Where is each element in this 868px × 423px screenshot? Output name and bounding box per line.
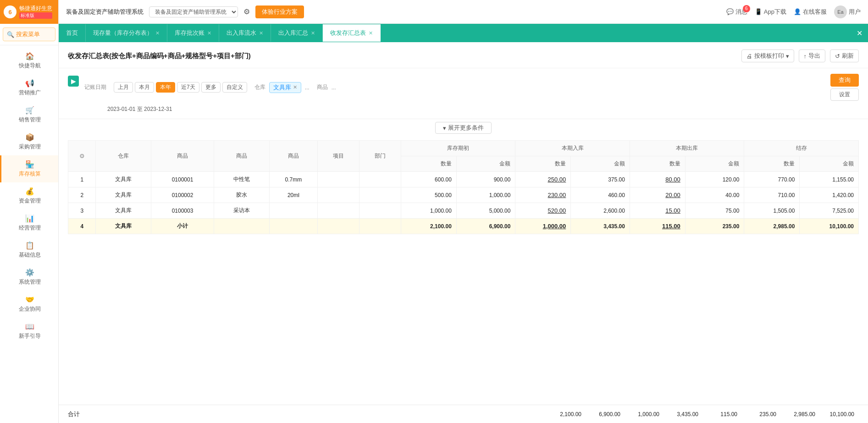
- sidebar-item-inventory[interactable]: 🏪 库存核算: [0, 155, 58, 182]
- sidebar: 6 畅捷通好生意 标准版 🔍 搜索菜单 🏠 快捷导航 📢 营销推广 🛒 销售管理…: [0, 0, 59, 423]
- sidebar-item-collab[interactable]: 🤝 企业协同: [0, 291, 58, 318]
- sidebar-item-finance[interactable]: 💰 资金管理: [0, 182, 58, 209]
- sidebar-item-purchase[interactable]: 📦 采购管理: [0, 128, 58, 155]
- cell-bal-qty: 1,505.00: [744, 203, 800, 219]
- service-icon: 👤: [794, 8, 801, 15]
- message-btn[interactable]: 💬 消息 6: [726, 8, 747, 16]
- warehouse-more-btn[interactable]: ...: [305, 84, 310, 91]
- system-name: 装备及固定资产辅助管理系统: [66, 8, 144, 16]
- expand-filters-btn[interactable]: ▾ 展开更多条件: [435, 122, 492, 134]
- tab-batch[interactable]: 库存批次账 ✕: [167, 24, 219, 42]
- sidebar-item-guide[interactable]: 📖 新手引导: [0, 318, 58, 345]
- warehouse-label: 仓库: [254, 83, 265, 91]
- date-btn-last-month[interactable]: 上月: [114, 82, 133, 93]
- close-all-tabs-btn[interactable]: ✕: [851, 29, 868, 38]
- subtotal-init-qty: 2,100.00: [401, 219, 456, 234]
- cell-in-qty[interactable]: 250.00: [515, 172, 571, 187]
- filter-row-date-range: 2023-01-01 至 2023-12-31: [84, 104, 859, 113]
- th-name: 商品: [214, 141, 269, 172]
- tab-receive-summary[interactable]: 收发存汇总表 ✕: [323, 24, 381, 42]
- subtotal-empty1: [214, 219, 269, 234]
- cell-spec: [269, 203, 318, 219]
- sidebar-item-business[interactable]: 📊 经营管理: [0, 209, 58, 236]
- tab-close-batch[interactable]: ✕: [207, 30, 211, 36]
- subtotal-empty4: [359, 219, 401, 234]
- subtotal-in-amt: 3,435.00: [571, 219, 630, 234]
- sidebar-item-sales[interactable]: 🛒 销售管理: [0, 101, 58, 128]
- th-balance: 结存: [744, 141, 859, 156]
- template-print-btn[interactable]: 🖨 按模板打印 ▾: [741, 49, 794, 62]
- query-btn[interactable]: 查询: [830, 74, 859, 87]
- cell-in-amt: 2,600.00: [571, 203, 630, 219]
- cell-num: 3: [68, 203, 96, 219]
- cell-in-qty[interactable]: 230.00: [515, 187, 571, 203]
- tab-close-inout-flow[interactable]: ✕: [259, 30, 263, 36]
- product-more-btn[interactable]: ...: [332, 84, 336, 91]
- tab-close-inout-summary[interactable]: ✕: [311, 30, 315, 36]
- date-btn-more[interactable]: 更多: [201, 82, 221, 93]
- user-btn[interactable]: Ea 用户: [834, 5, 861, 18]
- refresh-icon: ↺: [835, 53, 840, 60]
- total-out-qty: 115.00: [703, 411, 742, 418]
- export-btn[interactable]: ↑ 导出: [799, 49, 826, 62]
- table-gear-icon[interactable]: ⚙: [79, 153, 85, 159]
- system-selector[interactable]: 装备及固定资产辅助管理系统: [149, 6, 238, 17]
- sidebar-item-marketing[interactable]: 📢 营销推广: [0, 74, 58, 101]
- purchase-icon: 📦: [25, 133, 34, 142]
- logo-icon: 6: [4, 5, 17, 18]
- app-download-btn[interactable]: 📱 App下载: [755, 8, 786, 16]
- tab-close-inventory-dist[interactable]: ✕: [155, 30, 160, 36]
- warehouse-tag: 文具库 ✕: [269, 82, 301, 93]
- filter-warehouse: 仓库 文具库 ✕ ...: [254, 82, 310, 93]
- date-range: 2023-01-01 至 2023-12-31: [107, 105, 172, 113]
- guide-icon: 📖: [25, 322, 34, 331]
- cell-out-qty[interactable]: 80.00: [630, 172, 685, 187]
- date-btn-7days[interactable]: 近7天: [177, 82, 199, 93]
- topbar-right: 💬 消息 6 📱 App下载 👤 在线客服 Ea 用户: [726, 5, 861, 18]
- trial-btn[interactable]: 体验行业方案: [255, 5, 304, 18]
- sidebar-item-quick[interactable]: 🏠 快捷导航: [0, 47, 58, 74]
- cell-project: [318, 187, 359, 203]
- date-btn-this-month[interactable]: 本月: [135, 82, 154, 93]
- subtotal-in-qty[interactable]: 1,000.00: [515, 219, 571, 234]
- business-icon: 📊: [25, 214, 34, 223]
- subtotal-out-qty[interactable]: 115.00: [630, 219, 685, 234]
- date-btn-custom[interactable]: 自定义: [222, 82, 247, 93]
- cell-in-qty[interactable]: 520.00: [515, 203, 571, 219]
- system-icon: ⚙️: [25, 268, 34, 277]
- refresh-btn[interactable]: ↺ 刷新: [830, 49, 859, 62]
- th-init-amt: 金额: [456, 156, 515, 172]
- sidebar-item-basic[interactable]: 📋 基础信息: [0, 236, 58, 264]
- cell-num: 2: [68, 187, 96, 203]
- logo-text: 畅捷通好生意 标准版: [19, 5, 52, 19]
- sidebar-logo: 6 畅捷通好生意 标准版: [0, 0, 58, 24]
- filter-settings-btn[interactable]: 设置: [830, 88, 859, 101]
- date-btn-this-year[interactable]: 本年: [156, 82, 175, 93]
- sidebar-item-system[interactable]: ⚙️ 系统管理: [0, 264, 58, 291]
- cell-name: 中性笔: [214, 172, 269, 187]
- search-menu-button[interactable]: 🔍 搜索菜单: [3, 27, 55, 41]
- cell-dept: [359, 172, 401, 187]
- total-label: 合计: [68, 410, 80, 418]
- warehouse-tag-remove-btn[interactable]: ✕: [293, 84, 297, 90]
- tab-inventory-dist[interactable]: 现存量（库存分布表） ✕: [86, 24, 167, 42]
- settings-icon[interactable]: ⚙: [243, 7, 250, 16]
- subtotal-empty3: [318, 219, 359, 234]
- th-out-qty: 数量: [630, 156, 685, 172]
- tab-inout-flow[interactable]: 出入库流水 ✕: [219, 24, 271, 42]
- total-out-amt: 235.00: [742, 411, 781, 418]
- online-service-btn[interactable]: 👤 在线客服: [794, 8, 827, 16]
- table-container: ⚙ 仓库 商品 商品 商品 项目 部门 库存期初 本期入库 本期出库 结存: [59, 137, 868, 243]
- tab-close-receive-summary[interactable]: ✕: [369, 30, 373, 36]
- filter-actions: 查询 设置: [830, 74, 859, 101]
- cell-out-qty[interactable]: 20.00: [630, 187, 685, 203]
- tab-home[interactable]: 首页: [59, 24, 86, 42]
- page-header: 收发存汇总表(按仓库+商品编码+商品+规格型号+项目+部门) 🖨 按模板打印 ▾…: [59, 42, 868, 68]
- cell-name: 胶水: [214, 187, 269, 203]
- cell-code: 0100001: [151, 172, 214, 187]
- tab-inout-summary[interactable]: 出入库汇总 ✕: [271, 24, 323, 42]
- data-table: ⚙ 仓库 商品 商品 商品 项目 部门 库存期初 本期入库 本期出库 结存: [68, 140, 859, 234]
- cell-out-qty[interactable]: 15.00: [630, 203, 685, 219]
- total-in-qty: 1,000.00: [625, 411, 664, 418]
- filter-toggle-btn[interactable]: ▶: [68, 76, 79, 87]
